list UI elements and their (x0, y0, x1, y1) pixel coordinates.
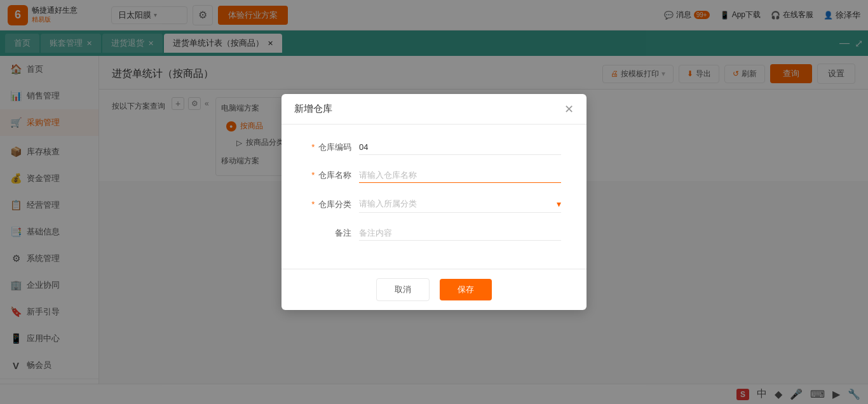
category-label: * 仓库分类 (307, 199, 351, 210)
modal-backdrop: 新增仓库 ✕ * 仓库编码 * 仓库名称 (0, 0, 868, 404)
name-input[interactable] (359, 168, 561, 183)
form-row-name: * 仓库名称 (307, 168, 561, 183)
name-label: * 仓库名称 (307, 170, 351, 181)
form-row-category: * 仓库分类 请输入所属分类 ▾ (307, 196, 561, 213)
modal-footer: 取消 保存 (281, 269, 587, 310)
category-select[interactable]: 请输入所属分类 ▾ (359, 196, 561, 213)
save-button[interactable]: 保存 (440, 279, 492, 300)
modal-close-icon[interactable]: ✕ (564, 104, 574, 115)
note-input[interactable] (359, 226, 561, 241)
category-dropdown-icon: ▾ (557, 199, 561, 209)
form-row-note: 备注 (307, 226, 561, 241)
modal-header: 新增仓库 ✕ (281, 94, 587, 125)
modal-title: 新增仓库 (294, 103, 332, 115)
cancel-button[interactable]: 取消 (376, 278, 430, 301)
code-input[interactable] (359, 140, 561, 155)
note-label: 备注 (307, 227, 351, 239)
new-warehouse-modal: 新增仓库 ✕ * 仓库编码 * 仓库名称 (281, 94, 587, 310)
form-row-code: * 仓库编码 (307, 140, 561, 155)
code-label: * 仓库编码 (307, 142, 351, 153)
modal-body: * 仓库编码 * 仓库名称 * 仓库分类 请输入所属 (281, 125, 587, 269)
